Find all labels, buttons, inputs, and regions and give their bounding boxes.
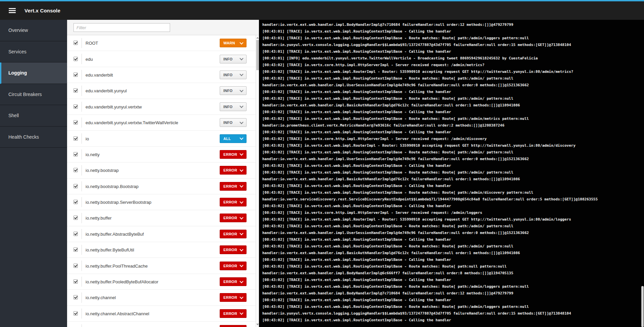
log-level-dropdown[interactable]: WARN	[220, 39, 247, 47]
row-divider	[82, 277, 82, 287]
logger-enabled-checkbox[interactable]	[73, 216, 78, 220]
logger-row: io.netty.channel.AbstractChannelERROR	[67, 306, 256, 322]
log-scrollbar-thumb[interactable]	[641, 286, 644, 327]
logger-row: io.netty.buffer.PoolThreadCacheERROR	[67, 258, 256, 274]
check-icon	[74, 168, 77, 172]
log-line: [08:43:02] [TRACE] io.vertx.ext.web.impl…	[262, 115, 644, 122]
log-level-dropdown[interactable]: ERROR	[220, 245, 247, 254]
filter-input[interactable]	[73, 23, 170, 32]
hamburger-menu-icon[interactable]	[9, 8, 16, 13]
logger-enabled-checkbox[interactable]	[73, 152, 78, 156]
chevron-down-icon	[239, 184, 243, 188]
sidebar-item-circuit-breakers[interactable]: Circuit Breakers	[0, 84, 67, 105]
log-level-dropdown[interactable]: INFO	[220, 118, 247, 127]
sidebar-item-shell[interactable]: Shell	[0, 105, 67, 127]
log-level-dropdown[interactable]: ERROR	[220, 182, 247, 191]
log-level-dropdown[interactable]: ERROR	[220, 309, 247, 318]
check-icon	[74, 120, 77, 124]
logger-enabled-checkbox[interactable]	[73, 73, 78, 77]
log-level-dropdown[interactable]: ERROR	[220, 198, 247, 206]
log-level-dropdown[interactable]: ALL	[220, 134, 247, 143]
logger-enabled-checkbox[interactable]	[73, 247, 78, 252]
log-output-panel: handler:io.vertx.ext.web.handler.impl.Bo…	[259, 20, 644, 327]
logger-enabled-checkbox[interactable]	[73, 136, 78, 141]
chevron-down-icon	[239, 152, 243, 156]
scroll-up-arrow-icon[interactable]	[256, 37, 259, 39]
log-line: handler:io.prometheus.client.vertx.Metri…	[262, 122, 644, 129]
log-level-dropdown[interactable]: INFO	[220, 55, 247, 63]
logger-enabled-checkbox[interactable]	[73, 184, 78, 188]
logger-enabled-checkbox[interactable]	[73, 200, 78, 204]
log-level-dropdown[interactable]: ERROR	[220, 214, 247, 222]
vertx-console-app: { "topbar": { "title": "Vert.x Console" …	[0, 0, 644, 327]
log-level-dropdown[interactable]: ERROR	[220, 150, 247, 159]
logger-enabled-checkbox[interactable]	[73, 295, 78, 299]
logger-row: io.netty.bootstrapERROR	[67, 162, 256, 178]
logger-row: io.netty.buffer.PooledByteBufAllocatorER…	[67, 274, 256, 290]
log-level-label: ERROR	[223, 200, 237, 204]
log-line: [08:43:02] [TRACE] io.vertx.ext.web.impl…	[262, 142, 644, 149]
logger-enabled-checkbox[interactable]	[73, 57, 78, 61]
scrollbar-thumb[interactable]	[256, 40, 259, 70]
log-level-dropdown[interactable]: ERROR	[220, 293, 247, 302]
logger-row: ioALL	[67, 131, 256, 146]
logger-name: io.netty.buffer.ByteBufUtil	[86, 247, 134, 252]
log-level-label: INFO	[223, 121, 232, 125]
check-icon	[74, 41, 77, 44]
log-level-dropdown[interactable]: INFO	[220, 86, 247, 95]
log-line: handler:io.vertx.ext.web.handler.impl.Bo…	[262, 290, 644, 297]
log-level-label: INFO	[223, 89, 232, 93]
log-level-label: ERROR	[223, 280, 237, 284]
log-level-dropdown[interactable]: ERROR	[220, 277, 247, 286]
log-line: handler:io.vertx.ext.web.handler.impl.Bo…	[262, 270, 644, 277]
logger-row: io.netty.channel.AbstractChannelHandlerC…	[67, 322, 256, 327]
logger-row: edu.vanderbilt.yunyul.vertxtwINFO	[67, 99, 256, 115]
logger-enabled-checkbox[interactable]	[73, 41, 78, 45]
log-level-dropdown[interactable]: INFO	[220, 71, 247, 79]
logger-name: io.netty.bootstrap.ServerBootstrap	[86, 200, 151, 205]
log-line: handler:io.vertx.servicediscovery.rest.S…	[262, 196, 644, 203]
logger-enabled-checkbox[interactable]	[73, 120, 78, 125]
sidebar-item-overview[interactable]: Overview	[0, 20, 67, 41]
log-line: handler:io.vertx.ext.web.handler.impl.Us…	[262, 156, 644, 162]
scroll-down-arrow-icon[interactable]	[256, 324, 259, 325]
log-level-dropdown[interactable]: INFO	[220, 102, 247, 111]
log-line: [08:43:02] [TRACE] io.vertx.ext.web.impl…	[262, 129, 644, 136]
log-level-label: WARN	[223, 41, 235, 45]
logger-enabled-checkbox[interactable]	[73, 232, 78, 236]
logger-enabled-checkbox[interactable]	[73, 88, 78, 93]
logger-list-scrollbar[interactable]	[256, 35, 259, 327]
log-lines: handler:io.vertx.ext.web.handler.impl.Bo…	[259, 20, 644, 324]
log-level-dropdown[interactable]: ERROR	[220, 166, 247, 175]
row-divider	[82, 133, 82, 143]
log-line: [08:43:02] [TRACE] io.vertx.core.http.im…	[262, 209, 644, 216]
logger-row: eduINFO	[67, 51, 256, 67]
log-level-label: INFO	[223, 105, 232, 109]
log-level-label: ERROR	[223, 184, 237, 188]
log-line: [08:43:02] [TRACE] io.vertx.ext.web.impl…	[262, 277, 644, 283]
logger-name: io.netty.bootstrap	[86, 168, 119, 173]
sidebar-item-logging[interactable]: Logging	[0, 62, 67, 84]
log-level-dropdown[interactable]: ERROR	[220, 262, 247, 270]
log-level-dropdown[interactable]: ERROR	[220, 325, 247, 327]
logger-enabled-checkbox[interactable]	[73, 168, 78, 172]
row-divider	[82, 229, 82, 239]
logger-row: io.netty.buffer.AbstractByteBufERROR	[67, 226, 256, 242]
log-line: [08:43:01] [TRACE] io.vertx.ext.web.impl…	[262, 28, 644, 35]
log-line: [08:43:02] [TRACE] io.vertx.ext.web.impl…	[262, 203, 644, 209]
logger-name: ROOT	[86, 41, 98, 46]
log-level-label: ERROR	[223, 295, 237, 299]
logger-enabled-checkbox[interactable]	[73, 264, 78, 268]
logger-name: edu.vanderbilt	[86, 72, 113, 77]
log-level-label: ERROR	[223, 248, 237, 252]
log-level-label: ERROR	[223, 232, 237, 236]
logger-row: io.nettyERROR	[67, 147, 256, 162]
logger-enabled-checkbox[interactable]	[73, 104, 78, 109]
log-level-label: ERROR	[223, 264, 237, 268]
logger-enabled-checkbox[interactable]	[73, 279, 78, 284]
log-level-dropdown[interactable]: ERROR	[220, 230, 247, 238]
sidebar-item-health-checks[interactable]: Health Checks	[0, 127, 67, 148]
sidebar-item-services[interactable]: Services	[0, 41, 67, 63]
logger-enabled-checkbox[interactable]	[73, 311, 78, 316]
log-level-label: ERROR	[223, 312, 237, 316]
